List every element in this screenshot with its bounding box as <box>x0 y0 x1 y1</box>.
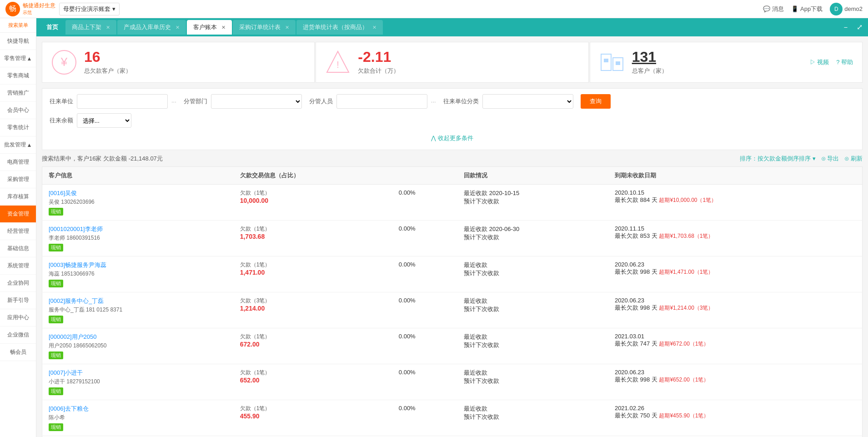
overdue-days-5: 最长欠款 998 天 <box>615 376 659 383</box>
sidebar-item-guide[interactable]: 新手引导 <box>0 292 36 309</box>
debt-pct-3: 0.00% <box>399 297 416 304</box>
sidebar-search[interactable]: 搜索菜单 <box>0 18 36 33</box>
next-collect-2: 预计下次收款 <box>464 269 602 277</box>
filter-select-dept[interactable] <box>211 94 302 109</box>
refresh-btn[interactable]: ⊙ 刷新 <box>844 155 863 163</box>
debt-amount-3[interactable]: 1,214.00 <box>240 305 386 312</box>
help-btn[interactable]: ? 帮助 <box>836 58 853 66</box>
sidebar-item-member[interactable]: 会员中心 <box>0 102 36 119</box>
filter-dots-person[interactable]: ··· <box>431 98 436 105</box>
arrow-icon: ▲ <box>27 55 32 62</box>
sort-icon[interactable]: ▾ <box>813 155 816 162</box>
debt-amount-4[interactable]: 672.00 <box>240 341 386 348</box>
tab-close-icon[interactable]: ✕ <box>176 25 180 30</box>
cell-customer-6: [0006]去下粮仓 陈小希 现销 <box>42 400 234 436</box>
message-btn[interactable]: 💬 消息 <box>763 5 784 13</box>
svg-rect-7 <box>616 61 620 65</box>
refresh-label: 刷新 <box>851 155 863 162</box>
tab-customer-ledger[interactable]: 客户账本 ✕ <box>187 20 232 35</box>
sidebar-item-retail-mgmt[interactable]: 零售管理 ▲ <box>0 50 36 67</box>
filter-from-unit: 往来单位 ··· <box>50 94 176 109</box>
sidebar: 搜索菜单 快捷导航 零售管理 ▲ 零售商城 营销推广 会员中心 零售统计 批发管… <box>0 18 36 437</box>
sidebar-item-enterprise-wechat[interactable]: 企业微信 <box>0 326 36 344</box>
filter-input-person[interactable] <box>336 94 427 109</box>
tab-home[interactable]: 首页 <box>40 20 65 35</box>
sidebar-item-ecommerce[interactable]: 电商管理 <box>0 154 36 171</box>
svg-text:¥: ¥ <box>60 55 68 69</box>
tab-close-icon[interactable]: ✕ <box>106 25 110 30</box>
debt-desc-3: 欠款（3笔） <box>240 297 386 305</box>
sidebar-item-retail-mall[interactable]: 零售商城 <box>0 67 36 85</box>
video-btn[interactable]: ▷ 视频 <box>810 58 829 66</box>
filter-select-balance[interactable]: 选择... <box>77 113 131 128</box>
sidebar-item-app-center[interactable]: 应用中心 <box>0 309 36 326</box>
filter-dots-from-unit[interactable]: ··· <box>171 98 176 105</box>
debt-amount-1[interactable]: 1,703.68 <box>240 233 386 240</box>
debt-pct-1: 0.00% <box>399 225 416 232</box>
debt-amount-6[interactable]: 455.90 <box>240 412 386 420</box>
customer-name-3[interactable]: [0002]服务中心_丁磊 <box>49 297 227 305</box>
table-row: [0016]吴俊 吴俊 13026203696 现销 欠款（1笔） 10,000… <box>42 185 863 221</box>
customer-name-2[interactable]: [0003]畅捷服务尹海蕊 <box>49 261 227 269</box>
sidebar-item-finance[interactable]: 资金管理 <box>0 206 36 223</box>
sidebar-item-system[interactable]: 系统管理 <box>0 257 36 275</box>
customer-name-0[interactable]: [0016]吴俊 <box>49 189 227 197</box>
cell-collection-5: 最近收款 预计下次收款 <box>457 364 608 400</box>
sidebar-label: 批发管理 <box>4 141 26 149</box>
filter-input-from-unit[interactable] <box>77 94 168 109</box>
store-selector[interactable]: 母婴行业演示账套 ▾ <box>59 3 120 15</box>
overdue-info-4: 最长欠款 747 天 超期¥672.00（1笔） <box>615 340 856 348</box>
sidebar-item-purchase[interactable]: 采购管理 <box>0 171 36 188</box>
query-button[interactable]: 查询 <box>581 94 611 109</box>
overdue-link-0[interactable]: 超期¥10,000.00（1笔） <box>659 197 717 203</box>
stat-label-total-customers: 总客户（家） <box>632 67 667 75</box>
tab-production-history[interactable]: 产成品入库单历史 ✕ <box>117 20 186 35</box>
overdue-link-4[interactable]: 超期¥672.00（1笔） <box>659 341 709 347</box>
tab-close-icon[interactable]: ✕ <box>372 25 376 30</box>
tab-close-icon[interactable]: ✕ <box>221 25 226 30</box>
overdue-link-6[interactable]: 超期¥455.90（1笔） <box>659 412 709 419</box>
customer-name-5[interactable]: [0007]小进干 <box>49 369 227 377</box>
export-btn[interactable]: ⊙ 导出 <box>821 155 839 163</box>
tab-purchase-order-stats[interactable]: 采购订单统计表 ✕ <box>233 20 296 35</box>
debt-amount-2[interactable]: 1,471.00 <box>240 269 386 276</box>
sidebar-item-inventory[interactable]: 库存核算 <box>0 188 36 206</box>
tab-maximize-icon[interactable]: ⤢ <box>855 21 864 34</box>
sidebar-item-marketing[interactable]: 营销推广 <box>0 85 36 102</box>
cell-debt-4: 欠款（1笔） 672.00 <box>234 328 392 364</box>
sidebar-item-basic-info[interactable]: 基础信息 <box>0 240 36 257</box>
customer-name-6[interactable]: [0006]去下粮仓 <box>49 405 227 413</box>
customer-tag-6: 现销 <box>49 423 63 431</box>
sidebar-item-operations[interactable]: 经营管理 <box>0 223 36 240</box>
tab-close-icon[interactable]: ✕ <box>285 25 289 30</box>
filter-select-unit-type[interactable] <box>482 94 573 109</box>
tab-minimize-icon[interactable]: － <box>840 21 851 34</box>
sidebar-item-member-vip[interactable]: 畅会员 <box>0 344 36 361</box>
stat-card-debt-total: ! -2.11 欠款合计（万） <box>316 42 588 83</box>
sidebar-item-enterprise[interactable]: 企业协同 <box>0 275 36 292</box>
next-collect-5: 预计下次收款 <box>464 377 602 385</box>
debt-amount-5[interactable]: 652.00 <box>240 377 386 384</box>
logo-area: 畅 畅捷通好生意 示范 <box>5 2 55 16</box>
overdue-link-1[interactable]: 超期¥1,703.68（1笔） <box>659 233 713 239</box>
overdue-link-3[interactable]: 超期¥1,214.00（3笔） <box>659 305 713 311</box>
svg-rect-6 <box>604 59 608 62</box>
cell-pct-0: 0.00% <box>392 185 457 221</box>
tab-product-listing[interactable]: 商品上下架 ✕ <box>65 20 116 35</box>
app-download-btn[interactable]: 📱 App下载 <box>791 5 823 13</box>
table-row: [0007]小进干 小进干 18279152100 现销 欠款（1笔） 652.… <box>42 364 863 400</box>
sidebar-item-quick-nav[interactable]: 快捷导航 <box>0 33 36 50</box>
overdue-link-5[interactable]: 超期¥652.00（1笔） <box>659 377 709 383</box>
stat-value-debt-customers: 16 <box>84 50 131 64</box>
sidebar-item-wholesale[interactable]: 批发管理 ▲ <box>0 136 36 154</box>
filter-collapse-btn[interactable]: ⋀ 收起更多条件 <box>50 132 855 144</box>
customer-name-4[interactable]: [000002]用户2050 <box>49 333 227 341</box>
customer-name-1[interactable]: [0001020001]李老师 <box>49 225 227 233</box>
customer-contact-2: 海蕊 18513066976 <box>49 270 227 278</box>
overdue-link-2[interactable]: 超期¥1,471.00（1笔） <box>659 269 713 275</box>
sidebar-item-retail-stats[interactable]: 零售统计 <box>0 119 36 136</box>
debt-amount-0[interactable]: 10,000.00 <box>240 197 386 204</box>
user-avatar[interactable]: D demo2 <box>830 3 863 15</box>
tab-purchase-stats-by-product[interactable]: 进货单统计表（按商品） ✕ <box>296 20 383 35</box>
customer-contact-0: 吴俊 13026203696 <box>49 198 227 206</box>
